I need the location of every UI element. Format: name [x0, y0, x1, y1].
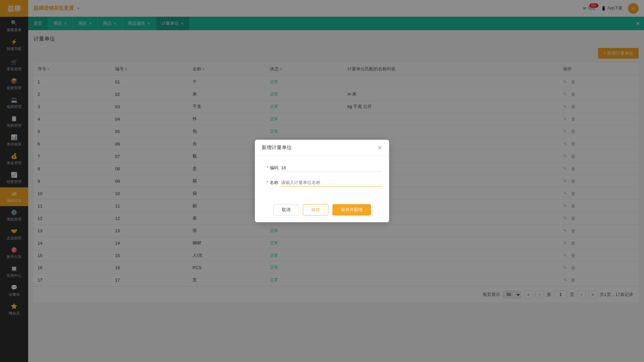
cancel-button[interactable]: 取消: [273, 204, 299, 216]
code-input[interactable]: [281, 164, 382, 172]
modal-footer: 取消 保存 保存并新增: [255, 200, 389, 222]
modal-overlay: 新增计量单位 ✕ *编码 *名称 取消 保存 保存并新增: [0, 0, 644, 362]
name-input[interactable]: [281, 179, 382, 187]
save-new-button[interactable]: 保存并新增: [332, 204, 371, 216]
modal-header: 新增计量单位 ✕: [255, 140, 389, 156]
modal-close-button[interactable]: ✕: [377, 145, 382, 151]
modal-title: 新增计量单位: [262, 144, 292, 151]
required-star-code: *: [267, 165, 268, 170]
save-button[interactable]: 保存: [303, 204, 328, 216]
modal-body: *编码 *名称: [255, 156, 389, 200]
add-unit-modal: 新增计量单位 ✕ *编码 *名称 取消 保存 保存并新增: [255, 140, 389, 222]
required-star-name: *: [267, 180, 268, 185]
name-label: *名称: [262, 180, 278, 186]
code-label: *编码: [262, 165, 278, 171]
form-row-name: *名称: [262, 179, 382, 187]
form-row-code: *编码: [262, 164, 382, 172]
